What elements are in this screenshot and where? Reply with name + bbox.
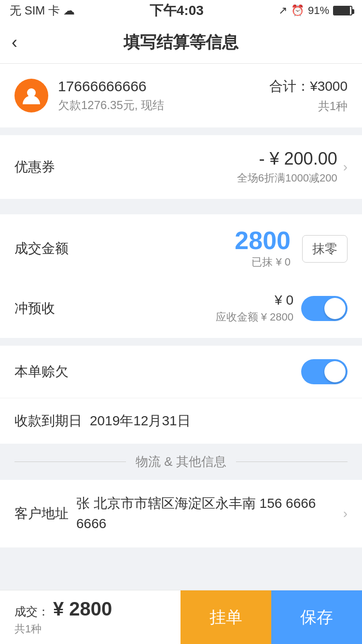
main-content: 17666666666 欠款1276.35元, 现结 合计：¥3000 共1种 … (0, 64, 362, 605)
nav-bar: ‹ 填写结算等信息 (0, 21, 362, 64)
duedate-row: 收款到期日 2019年12月31日 (0, 398, 362, 444)
pending-button[interactable]: 挂单 (181, 590, 271, 644)
address-value: 张 北京市市辖区海淀区永丰南 156 6666 6666 (76, 493, 335, 534)
location-icon: ↗ (278, 4, 287, 17)
avatar (14, 79, 48, 112)
customer-left: 17666666666 欠款1276.35元, 现结 (14, 78, 164, 113)
status-bar: 无 SIM 卡 ☁ 下午4:03 ↗ ⏰ 91% (0, 0, 362, 21)
address-row[interactable]: 客户地址 张 北京市市辖区海淀区永丰南 156 6666 6666 › (0, 480, 362, 547)
section-gap-2 (0, 338, 362, 346)
prepaid-amount-block: ¥ 0 应收金额 ¥ 2800 (216, 293, 293, 324)
prepaid-toggle[interactable] (301, 296, 348, 321)
total-amount: 合计：¥3000 (269, 77, 348, 96)
divider-line-left (14, 462, 126, 462)
bottom-deal-label: 成交： (14, 604, 49, 619)
battery-label: 91% (308, 4, 329, 17)
amount-section: 成交金额 2800 已抹 ¥ 0 抹零 冲预收 ¥ 0 应收金额 ¥ 2800 (0, 214, 362, 338)
bottom-bar: 成交： ¥ 2800 共1种 挂单 保存 (0, 590, 362, 644)
coupon-discount: - ¥ 200.00 (237, 149, 337, 169)
customer-phone: 17666666666 (58, 78, 164, 95)
chevron-right-icon: › (343, 159, 348, 175)
address-chevron-icon: › (343, 506, 348, 521)
divider-line-right (236, 462, 348, 462)
total-count: 共1种 (269, 98, 348, 114)
prepaid-sub: 应收金额 ¥ 2800 (216, 310, 293, 324)
customer-total: 合计：¥3000 共1种 (269, 77, 348, 114)
status-left: 无 SIM 卡 ☁ (10, 3, 75, 18)
debt-label: 本单赊欠 (14, 363, 69, 381)
coupon-desc: 全场6折满1000减200 (237, 171, 337, 185)
logistics-label: 物流 & 其他信息 (136, 453, 226, 470)
duedate-value: 2019年12月31日 (90, 412, 191, 430)
round-off-button[interactable]: 抹零 (302, 235, 348, 263)
debt-row: 本单赊欠 (0, 346, 362, 398)
prepaid-row: 冲预收 ¥ 0 应收金额 ¥ 2800 (0, 283, 362, 338)
save-button[interactable]: 保存 (271, 590, 362, 644)
coupon-label: 优惠券 (14, 158, 55, 176)
section-gap-1 (0, 207, 362, 214)
address-label: 客户地址 (14, 504, 69, 523)
amount-right: 2800 已抹 ¥ 0 抹零 (235, 228, 348, 269)
amount-value: 2800 (235, 228, 291, 253)
alarm-icon: ⏰ (291, 4, 304, 17)
bottom-deal-amount: ¥ 2800 (53, 598, 112, 620)
coupon-content: - ¥ 200.00 全场6折满1000减200 (237, 149, 337, 185)
battery-icon (333, 6, 352, 15)
bottom-deal: 成交： ¥ 2800 (14, 598, 166, 620)
amount-row: 成交金额 2800 已抹 ¥ 0 抹零 (0, 214, 362, 283)
status-right: ↗ ⏰ 91% (278, 4, 352, 17)
toggle-knob (324, 298, 346, 319)
prepaid-amount: ¥ 0 (216, 293, 293, 308)
debt-toggle-knob (324, 361, 346, 382)
coupon-right: - ¥ 200.00 全场6折满1000减200 › (237, 149, 348, 185)
page-title: 填写结算等信息 (124, 31, 238, 54)
sim-label: 无 SIM 卡 ☁ (10, 3, 75, 18)
back-button[interactable]: ‹ (12, 32, 17, 53)
prepaid-label: 冲预收 (14, 299, 55, 318)
prepaid-right: ¥ 0 应收金额 ¥ 2800 (216, 293, 348, 324)
coupon-section: 优惠券 - ¥ 200.00 全场6折满1000减200 › (0, 135, 362, 199)
bottom-summary: 成交： ¥ 2800 共1种 (0, 598, 181, 636)
amount-sub: 已抹 ¥ 0 (235, 255, 291, 269)
status-time: 下午4:03 (150, 1, 204, 20)
customer-debt: 欠款1276.35元, 现结 (58, 98, 164, 113)
coupon-row[interactable]: 优惠券 - ¥ 200.00 全场6折满1000减200 › (0, 135, 362, 199)
customer-card: 17666666666 欠款1276.35元, 现结 合计：¥3000 共1种 (0, 64, 362, 127)
logistics-divider: 物流 & 其他信息 (0, 444, 362, 480)
customer-info: 17666666666 欠款1276.35元, 现结 (58, 78, 164, 113)
amount-label: 成交金额 (14, 239, 69, 258)
duedate-label: 收款到期日 (14, 412, 82, 430)
debt-toggle[interactable] (301, 359, 348, 384)
bottom-count: 共1种 (14, 622, 166, 636)
